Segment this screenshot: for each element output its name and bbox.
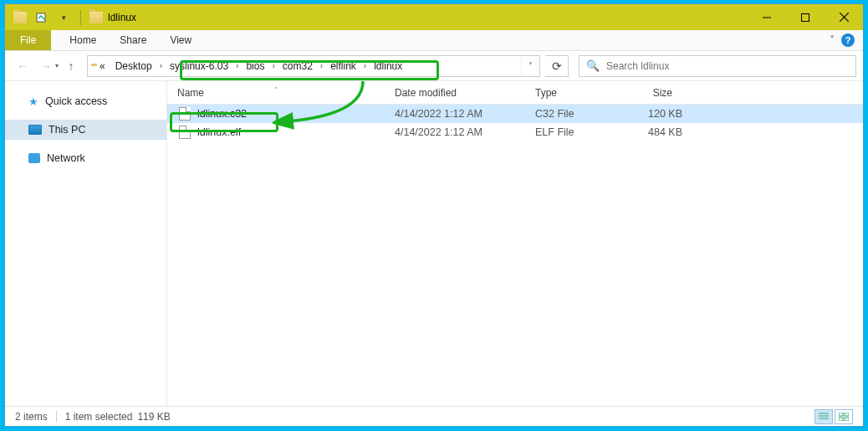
folder-icon xyxy=(13,12,27,23)
file-date: 4/14/2022 1:12 AM xyxy=(395,126,535,138)
file-type: C32 File xyxy=(535,108,619,120)
maximize-button[interactable] xyxy=(786,4,825,30)
breadcrumb-segment[interactable]: Desktop xyxy=(110,56,157,76)
pc-icon xyxy=(28,125,42,135)
history-dropdown[interactable]: ▾ xyxy=(55,62,59,69)
breadcrumb-segment[interactable]: ldlinux xyxy=(369,56,407,76)
window-title: ldlinux xyxy=(108,12,136,23)
file-icon xyxy=(179,107,191,121)
file-list: Name ˄ Date modified Type Size ldlinux.c… xyxy=(167,81,863,406)
chevron-right-icon[interactable]: › xyxy=(361,56,369,76)
qat-folder[interactable] xyxy=(10,8,30,27)
search-input[interactable] xyxy=(605,59,855,73)
column-date[interactable]: Date modified xyxy=(385,87,525,99)
status-selection: 1 item selected xyxy=(65,411,133,423)
status-bar: 2 items 1 item selected 119 KB xyxy=(5,406,863,426)
file-row[interactable]: ldlinux.c32 4/14/2022 1:12 AM C32 File 1… xyxy=(167,105,863,123)
svg-rect-9 xyxy=(845,413,849,416)
file-size: 120 KB xyxy=(619,108,694,120)
close-button[interactable] xyxy=(825,4,863,30)
address-bar[interactable]: « Desktop › syslinux-6.03 › bios › com32… xyxy=(87,55,540,77)
tab-home[interactable]: Home xyxy=(58,30,108,50)
tab-view[interactable]: View xyxy=(158,30,203,50)
ribbon-expand[interactable]: ˅ xyxy=(830,34,835,46)
svg-rect-8 xyxy=(839,413,843,416)
chevron-right-icon[interactable]: › xyxy=(233,56,241,76)
chevron-right-icon[interactable]: › xyxy=(157,56,165,76)
file-type: ELF File xyxy=(535,126,619,138)
up-button[interactable]: ↑ xyxy=(60,55,82,77)
thumbnail-view-button[interactable] xyxy=(835,409,853,424)
column-size[interactable]: Size xyxy=(609,87,684,99)
column-name[interactable]: Name ˄ xyxy=(167,87,385,99)
tab-share[interactable]: Share xyxy=(108,30,158,50)
explorer-window: ▾ ldlinux File Home Share View ˅ ? xyxy=(4,3,864,427)
svg-rect-11 xyxy=(845,418,849,421)
tab-file[interactable]: File xyxy=(5,30,51,50)
ribbon: File Home Share View ˅ ? xyxy=(5,30,863,51)
nav-item-label: Quick access xyxy=(45,95,107,107)
star-icon: ★ xyxy=(28,95,38,108)
qat-properties[interactable] xyxy=(32,8,52,27)
breadcrumb-segment[interactable]: bios xyxy=(241,56,269,76)
chevron-right-icon[interactable]: › xyxy=(269,56,277,76)
nav-item-this-pc[interactable]: This PC xyxy=(5,120,166,140)
address-dropdown[interactable]: ˅ xyxy=(521,56,539,76)
file-size: 484 KB xyxy=(619,126,694,138)
qat-dropdown[interactable]: ▾ xyxy=(54,8,74,27)
file-icon xyxy=(179,126,191,139)
help-icon[interactable]: ? xyxy=(841,33,855,47)
nav-item-network[interactable]: Network xyxy=(5,148,166,168)
nav-item-quick-access[interactable]: ★ Quick access xyxy=(5,91,166,111)
svg-rect-10 xyxy=(839,418,843,421)
status-count: 2 items xyxy=(15,411,48,423)
svg-rect-2 xyxy=(802,13,809,21)
breadcrumb-segment[interactable]: com32 xyxy=(278,56,318,76)
svg-rect-0 xyxy=(37,13,45,22)
file-row[interactable]: ldlinux.elf 4/14/2022 1:12 AM ELF File 4… xyxy=(167,123,863,141)
file-name: ldlinux.elf xyxy=(197,126,395,138)
chevron-right-icon[interactable]: › xyxy=(318,56,325,76)
nav-toolbar: ← → ▾ ↑ « Desktop › syslinux-6.03 › bios… xyxy=(5,51,863,81)
details-view-button[interactable] xyxy=(814,409,833,424)
nav-item-label: Network xyxy=(47,152,85,164)
breadcrumb-segment[interactable]: syslinux-6.03 xyxy=(165,56,233,76)
file-name: ldlinux.c32 xyxy=(197,108,395,120)
back-button[interactable]: ← xyxy=(12,55,33,77)
refresh-button[interactable]: ⟳ xyxy=(545,55,569,77)
status-size: 119 KB xyxy=(137,411,170,423)
search-icon: 🔍 xyxy=(586,59,600,72)
folder-icon xyxy=(89,12,103,23)
forward-button[interactable]: → xyxy=(35,55,57,77)
breadcrumb-prefix[interactable]: « xyxy=(94,56,110,76)
sort-arrow-icon: ˄ xyxy=(274,86,278,95)
network-icon xyxy=(28,153,40,163)
minimize-button[interactable] xyxy=(748,4,786,30)
file-date: 4/14/2022 1:12 AM xyxy=(395,108,535,120)
title-bar: ▾ ldlinux xyxy=(5,4,863,30)
breadcrumb-segment[interactable]: elflink xyxy=(325,56,361,76)
nav-item-label: This PC xyxy=(49,124,85,136)
navigation-pane: ★ Quick access This PC Network xyxy=(5,81,167,406)
search-box[interactable]: 🔍 xyxy=(579,55,856,77)
column-type[interactable]: Type xyxy=(525,87,609,99)
column-headers: Name ˄ Date modified Type Size xyxy=(167,81,863,105)
